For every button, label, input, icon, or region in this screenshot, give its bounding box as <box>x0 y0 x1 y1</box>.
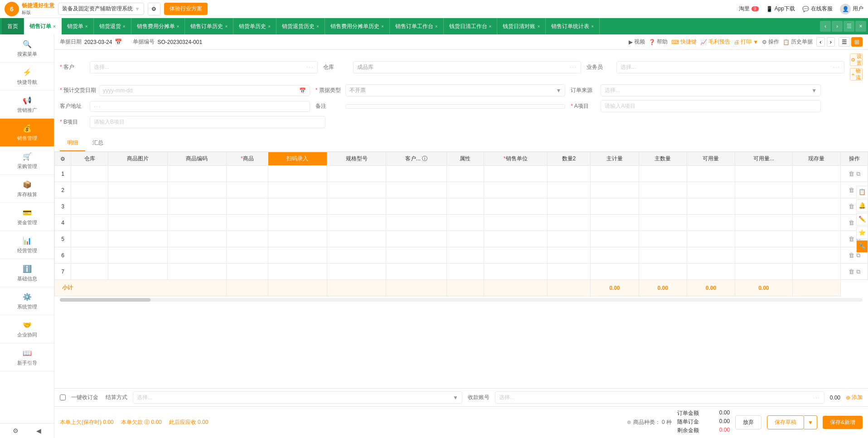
row-available[interactable] <box>687 166 735 182</box>
row-spec[interactable] <box>327 198 386 215</box>
add-payment-btn[interactable]: ⊕ 添加 <box>846 394 863 401</box>
tab-return-history[interactable]: 销货退货历史 × <box>276 18 325 34</box>
row-delete-icon[interactable]: 🗑 <box>849 219 854 226</box>
row-image[interactable] <box>108 264 167 280</box>
row-available2[interactable] <box>735 264 792 280</box>
row-spec[interactable] <box>327 215 386 231</box>
row-product[interactable] <box>227 215 268 231</box>
row-main-qty[interactable] <box>639 198 687 215</box>
row-customer-code[interactable] <box>386 247 446 264</box>
save-draft-btn[interactable]: 保存草稿 <box>767 415 804 429</box>
row-qty2[interactable] <box>547 198 591 215</box>
sidebar-settings-btn[interactable]: ⚙ <box>13 427 19 434</box>
row-attribute[interactable] <box>446 247 484 264</box>
row-spec[interactable] <box>327 166 386 182</box>
row-qty2[interactable] <box>547 215 591 231</box>
operations-btn[interactable]: ⚙ 操作 <box>762 38 779 46</box>
row-available2[interactable] <box>735 182 792 198</box>
row-available2[interactable] <box>735 231 792 247</box>
row-main-qty[interactable] <box>639 215 687 231</box>
row-main-qty[interactable] <box>639 264 687 280</box>
tab-order-stats[interactable]: 销售订单统计表 × <box>546 18 600 34</box>
sidebar-collapse-btn[interactable]: ◀ <box>36 427 41 434</box>
row-unit[interactable] <box>484 247 547 264</box>
row-unit[interactable] <box>484 215 547 231</box>
row-current-stock[interactable] <box>792 182 840 198</box>
tab-daily-workbench[interactable]: 钱货日清工作台 × <box>444 18 498 34</box>
row-code[interactable] <box>167 166 226 182</box>
row-available2[interactable] <box>735 166 792 182</box>
row-code[interactable] <box>167 215 226 231</box>
row-main-unit[interactable] <box>591 247 639 264</box>
help-btn[interactable]: ❓ 帮助 <box>649 38 668 46</box>
row-available[interactable] <box>687 264 735 280</box>
row-main-unit[interactable] <box>591 231 639 247</box>
nav-next-btn[interactable]: › <box>832 21 843 32</box>
sidebar-item-marketing[interactable]: 📢 营销推广 <box>0 91 54 119</box>
row-code[interactable] <box>167 182 226 198</box>
b-project-input[interactable]: 请输入B项目 <box>90 116 325 128</box>
sidebar-item-base-info[interactable]: ℹ️ 基础信息 <box>0 259 54 287</box>
tab-detail[interactable]: 明细 <box>60 135 85 151</box>
nav-close-btn[interactable]: × <box>855 21 866 32</box>
save-new-btn[interactable]: 保存&新增 <box>823 416 863 429</box>
messages-btn[interactable]: 淘里 9 <box>739 5 759 13</box>
list-view-btn[interactable]: ☰ <box>839 37 850 47</box>
row-product[interactable] <box>227 247 268 264</box>
payment-method-select[interactable]: 选择... ▼ <box>133 391 462 404</box>
order-source-input[interactable]: 选择... ▼ <box>601 84 821 96</box>
row-warehouse[interactable] <box>71 198 108 215</box>
sidebar-item-system[interactable]: ⚙️ 系统管理 <box>0 287 54 315</box>
rfp-btn-1[interactable]: 📋 <box>856 186 868 198</box>
tab-sales-goods[interactable]: 销货单 × <box>62 18 94 34</box>
row-copy-icon[interactable]: ⧉ <box>856 170 860 178</box>
row-delete-icon[interactable]: 🗑 <box>849 236 854 243</box>
row-delete-icon[interactable]: 🗑 <box>849 203 854 210</box>
app-download-btn[interactable]: 📱 App下载 <box>766 5 795 13</box>
industry-btn[interactable]: 体验行业方案 <box>164 3 208 15</box>
row-customer-code[interactable] <box>386 166 446 182</box>
horizontal-scrollbar[interactable] <box>60 298 863 302</box>
system-settings-btn[interactable]: ⚙ <box>148 3 160 15</box>
row-image[interactable] <box>108 215 167 231</box>
row-product[interactable] <box>227 166 268 182</box>
row-unit[interactable] <box>484 182 547 198</box>
row-delete-icon[interactable]: 🗑 <box>849 170 854 178</box>
row-current-stock[interactable] <box>792 247 840 264</box>
row-customer-code[interactable] <box>386 198 446 215</box>
bank-account-select[interactable]: 选择... ··· <box>495 391 824 404</box>
row-available[interactable] <box>687 247 735 264</box>
row-warehouse[interactable] <box>71 166 108 182</box>
close-tab-goods-history[interactable]: × <box>268 24 271 29</box>
profit-forecast-btn[interactable]: 📈 毛利预告 <box>700 38 730 46</box>
row-unit[interactable] <box>484 231 547 247</box>
save-draft-dropdown-btn[interactable]: ▼ <box>804 415 817 429</box>
row-available[interactable] <box>687 231 735 247</box>
row-code[interactable] <box>167 198 226 215</box>
address-input[interactable]: ··· <box>90 101 310 112</box>
row-main-unit[interactable] <box>591 182 639 198</box>
history-orders-btn[interactable]: 📋 历史单据 <box>783 38 813 46</box>
row-attribute[interactable] <box>446 166 484 182</box>
notes-input[interactable] <box>345 104 566 109</box>
row-current-stock[interactable] <box>792 264 840 280</box>
row-customer-code[interactable] <box>386 182 446 198</box>
col-scan[interactable]: 扫码录入 <box>268 152 327 166</box>
row-attribute[interactable] <box>446 215 484 231</box>
close-tab-expense-history[interactable]: × <box>381 24 384 29</box>
nav-menu-btn[interactable]: ☰ <box>844 21 854 32</box>
sidebar-item-shortcut[interactable]: ⚡ 快捷导航 <box>0 63 54 91</box>
row-unit[interactable] <box>484 166 547 182</box>
row-image[interactable] <box>108 247 167 264</box>
sidebar-item-search[interactable]: 🔍 搜索菜单 <box>0 34 54 63</box>
close-tab-return-history[interactable]: × <box>316 24 319 29</box>
row-product[interactable] <box>227 198 268 215</box>
sidebar-item-collab[interactable]: 🤝 企业协同 <box>0 315 54 343</box>
rfp-btn-3[interactable]: ✏️ <box>856 213 868 226</box>
row-customer-code[interactable] <box>386 215 446 231</box>
row-warehouse[interactable] <box>71 264 108 280</box>
row-main-unit[interactable] <box>591 264 639 280</box>
rfp-btn-4[interactable]: ⭐ <box>856 226 868 239</box>
rfp-btn-2[interactable]: 🔔 <box>856 199 868 212</box>
row-main-qty[interactable] <box>639 247 687 264</box>
